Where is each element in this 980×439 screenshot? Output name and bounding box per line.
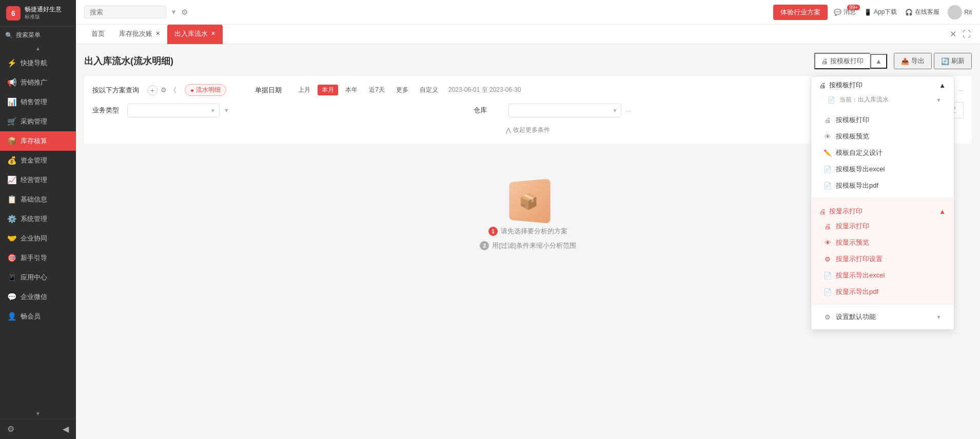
dropdown-display-excel[interactable]: 📄 按显示导出excel [811, 267, 954, 284]
dropdown-set-default[interactable]: ⚙ 设置默认功能 ▼ [811, 309, 954, 325]
biz-type-dropdown-icon[interactable]: ▼ [224, 107, 229, 113]
display-print-header-icon: 🖨 [819, 208, 826, 215]
topbar-app-download[interactable]: 📱 App下载 [864, 8, 897, 16]
settings-footer-icon[interactable]: ⚙ [7, 424, 14, 434]
warehouse-select[interactable] [508, 104, 621, 117]
sidebar: 6 畅捷通好生意 标准版 🔍 搜索菜单 ▲ ⚡ 快捷导航 📢 营销推广 📊 销售… [0, 0, 76, 439]
dropdown-toggle-icon[interactable]: ▲ [939, 82, 946, 89]
display-section-header: 🖨 按显示打印 ▲ [811, 203, 954, 218]
dropdown-display-print[interactable]: 🖨 按显示打印 [811, 218, 954, 234]
dropdown-display-print-settings[interactable]: ⚙ 按显示打印设置 [811, 251, 954, 267]
sidebar-item-app-center[interactable]: 📱 应用中心 [0, 268, 76, 287]
window-close-btn[interactable]: ✕ [949, 28, 957, 40]
sidebar-item-corp[interactable]: 🤝 企业协同 [0, 229, 76, 248]
logo-text: 畅捷通好生意 标准版 [25, 6, 62, 21]
member-icon: 👤 [7, 312, 16, 321]
print-dropdown-toggle[interactable]: ▲ [870, 54, 887, 69]
topbar-search-input[interactable] [84, 6, 166, 18]
page-content: 出入库流水(流水明细) 🖨 按模板打印 ▲ 📤 导出 🔄 刷新 [76, 44, 980, 439]
dropdown-print-icon: 🖨 [819, 82, 826, 89]
display-preview-icon: 👁 [824, 239, 832, 247]
current-expand-icon[interactable]: ▼ [936, 97, 942, 103]
template-print-icon: 🖨 [824, 116, 832, 124]
tab-flow-close[interactable]: ✕ [211, 30, 215, 37]
topbar-dropdown-icon[interactable]: ▼ [170, 8, 177, 16]
date-prev-month[interactable]: 上月 [294, 85, 315, 95]
export-btn[interactable]: 📤 导出 [894, 53, 932, 69]
dropdown-current[interactable]: 📄 当前：出入库流水 ▼ [811, 92, 954, 108]
sidebar-item-system[interactable]: ⚙️ 系统管理 [0, 209, 76, 229]
refresh-btn[interactable]: 🔄 刷新 [934, 53, 972, 69]
topbar-gear-icon[interactable]: ⚙ [181, 8, 188, 17]
sidebar-item-guide[interactable]: 🎯 新手引导 [0, 248, 76, 268]
collapse-sidebar-icon[interactable]: ◀ [63, 424, 69, 434]
sidebar-item-basic[interactable]: 📋 基础信息 [0, 190, 76, 209]
default-expand-icon[interactable]: ▼ [936, 314, 942, 320]
basic-icon: 📋 [7, 195, 16, 204]
sidebar-search[interactable]: 🔍 搜索菜单 [0, 27, 76, 44]
dropdown-template-print[interactable]: 🖨 按模板打印 [811, 112, 954, 128]
page-header: 出入库流水(流水明细) 🖨 按模板打印 ▲ 📤 导出 🔄 刷新 [84, 52, 972, 70]
filter-actions: + ⚙ 《 [147, 85, 177, 95]
dropdown-template-excel[interactable]: 📄 按模板导出excel [811, 161, 954, 177]
dropdown-display-pdf[interactable]: 📄 按显示导出pdf [811, 284, 954, 300]
biz-type-select[interactable] [127, 104, 220, 117]
industry-btn[interactable]: 体验行业方案 [773, 5, 828, 20]
dropdown-display-preview[interactable]: 👁 按显示预览 [811, 234, 954, 251]
quick-nav-icon: ⚡ [7, 58, 16, 68]
dropdown-template-custom[interactable]: ✏️ 模板自定义设计 [811, 145, 954, 161]
date-options: 上月 本月 本年 近7天 更多 自定义 2023-06-01 至 2023-06… [294, 85, 521, 95]
sidebar-item-marketing[interactable]: 📢 营销推广 [0, 73, 76, 92]
filter-collapse-icon[interactable]: 《 [170, 86, 177, 95]
warehouse-label: 仓库 [474, 106, 504, 115]
date-7days[interactable]: 近7天 [365, 85, 389, 95]
dropdown-template-preview[interactable]: 👁 按模板预览 [811, 128, 954, 145]
hint-num-1: 1 [488, 227, 498, 236]
sidebar-item-operation[interactable]: 📈 经营管理 [0, 170, 76, 190]
tab-batch-close[interactable]: ✕ [155, 30, 160, 37]
topbar-user[interactable]: Rit [948, 5, 972, 19]
filter-add-btn[interactable]: + [147, 85, 158, 95]
corp-wechat-icon: 💬 [7, 292, 16, 302]
date-custom[interactable]: 自定义 [416, 85, 442, 95]
date-more[interactable]: 更多 [392, 85, 413, 95]
warehouse-more-icon[interactable]: ··· [625, 107, 631, 114]
filter-settings-icon[interactable]: ⚙ [161, 86, 167, 94]
app-download-icon: 📱 [864, 9, 872, 16]
display-print-settings-icon: ⚙ [824, 255, 832, 263]
sidebar-item-corp-wechat[interactable]: 💬 企业微信 [0, 287, 76, 307]
date-curr-month[interactable]: 本月 [318, 85, 338, 95]
print-btn-group: 🖨 按模板打印 ▲ [814, 52, 888, 70]
sidebar-scroll-up[interactable]: ▲ [0, 44, 76, 53]
topbar-messages[interactable]: 💬 消息 99+ [834, 8, 856, 16]
corp-icon: 🤝 [7, 234, 16, 243]
sidebar-item-member[interactable]: 👤 畅会员 [0, 307, 76, 326]
doc-type-more-icon[interactable]: ··· [958, 86, 964, 94]
dropdown-template-pdf[interactable]: 📄 按模板导出pdf [811, 177, 954, 194]
date-curr-year[interactable]: 本年 [341, 85, 362, 95]
tab-flow[interactable]: 出入库流水 ✕ [167, 25, 223, 44]
sidebar-item-quick-nav[interactable]: ⚡ 快捷导航 [0, 53, 76, 73]
template-print-section: 🖨 按模板打印 👁 按模板预览 ✏️ 模板自定义设计 📄 按模板导出excel … [811, 108, 954, 198]
refresh-icon: 🔄 [941, 57, 949, 65]
default-settings-section: ⚙ 设置默认功能 ▼ [811, 305, 954, 329]
topbar-online-service[interactable]: 🎧 在线客服 [905, 8, 939, 16]
operation-icon: 📈 [7, 175, 16, 185]
tab-home[interactable]: 首页 [84, 25, 112, 44]
display-section-toggle[interactable]: ▲ [939, 208, 946, 215]
empty-icon: 📦 [507, 181, 548, 222]
main-area: ▼ ⚙ 体验行业方案 💬 消息 99+ 📱 App下载 🎧 在线客服 Rit [76, 0, 980, 439]
template-print-btn[interactable]: 🖨 按模板打印 [814, 53, 870, 69]
tab-batch[interactable]: 库存批次账 ✕ [112, 25, 167, 44]
sidebar-item-purchase[interactable]: 🛒 采购管理 [0, 112, 76, 131]
sidebar-item-sales[interactable]: 📊 销售管理 [0, 92, 76, 112]
sidebar-item-finance[interactable]: 💰 资金管理 [0, 151, 76, 170]
window-expand-btn[interactable]: ⛶ [962, 29, 972, 40]
guide-icon: 🎯 [7, 253, 16, 263]
sidebar-item-inventory[interactable]: 📦 库存核算 [0, 131, 76, 151]
user-avatar [948, 5, 962, 19]
date-range-display: 2023-06-01 至 2023-06-30 [448, 86, 521, 94]
page-title: 出入库流水(流水明细) [84, 55, 173, 67]
sidebar-scroll-down[interactable]: ▼ [0, 409, 76, 418]
sales-icon: 📊 [7, 97, 16, 107]
